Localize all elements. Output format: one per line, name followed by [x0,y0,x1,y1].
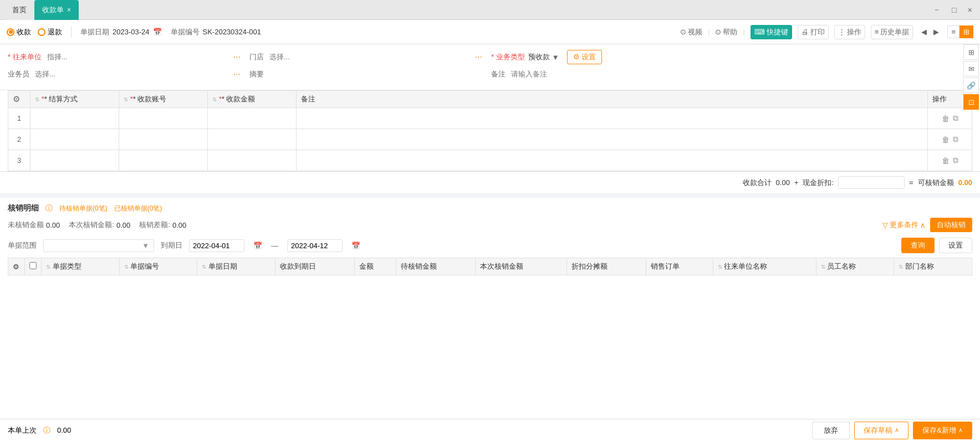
abandon-button[interactable]: 放弃 [812,422,850,439]
row-1-delete-icon[interactable]: 🗑 [942,114,950,123]
print-label: 打印 [810,27,825,37]
window-controls: － □ × [930,4,976,16]
business-type-select[interactable]: 预收款 ▼ [528,52,559,62]
shortcut-btn[interactable]: ⌨ 快捷键 [751,25,792,39]
counterpart-input[interactable] [45,52,229,63]
counterpart-more-icon[interactable]: ··· [233,52,241,62]
th-sales-order: 销售订单 [646,258,713,275]
salesperson-field: 业务员 ··· [8,69,241,80]
row-3-amount[interactable] [208,150,297,171]
th-amount-label: * 收款金额 [222,95,256,103]
calendar-icon[interactable]: 📅 [153,28,162,36]
row-2-settlement[interactable] [30,129,119,150]
th-current-label: 本次核销金额 [480,262,523,270]
memo-input[interactable] [267,69,482,80]
done-tab[interactable]: 已核销单据(0笔) [114,204,162,213]
more-filter-btn[interactable]: ▽ 更多条件 ∧ [882,220,926,230]
help-link[interactable]: ⊙ 帮助 [715,27,737,37]
th-amount: 金额 [354,258,396,275]
row-1-settlement[interactable] [30,108,119,129]
filter-settings-btn[interactable]: 设置 [939,238,972,253]
row-1-account[interactable] [119,108,208,129]
writeoff-stats: 未核销金额 0.00 本次核销金额: 0.00 核销差额: 0.00 ▽ 更多条… [8,218,972,232]
prev-value: 0.00 [57,426,71,434]
toolbar-right: ⊙ 视频 | ⊙ 帮助 | ⌨ 快捷键 🖨 打印 ⋮ 操作 ≡ 历史单据 ◀ ▶ [680,25,973,39]
table-settings-icon[interactable]: ⚙ [13,94,20,104]
date-to-input[interactable] [287,239,343,252]
salesperson-more-icon[interactable]: ··· [233,69,241,79]
row-1-note[interactable] [297,108,928,129]
panel-crop-icon[interactable]: ⊡ [963,94,979,110]
radio-receipt-label: 收款 [17,27,31,37]
bill-date-field: 单据日期 2023-03-24 📅 [80,27,162,37]
th-due-date-label: 收款到期日 [280,262,316,270]
row-3-account[interactable] [119,150,208,171]
row-3-settlement[interactable] [30,150,119,171]
radio-refund[interactable]: 退款 [38,27,62,37]
prev-label: 本单上次 [8,425,37,435]
row-2-amount[interactable] [208,129,297,150]
print-btn[interactable]: 🖨 打印 [798,25,829,39]
panel-table-icon[interactable]: ⊞ [963,44,979,60]
row-3-copy-icon[interactable]: ⧉ [953,156,958,165]
salesperson-input[interactable] [33,69,229,80]
date-from-input[interactable] [189,239,244,252]
salesperson-label: 业务员 [8,69,29,79]
tab-close-icon[interactable]: × [67,6,71,14]
calendar-from-icon[interactable]: 📅 [253,242,262,250]
minimize-button[interactable]: － [930,4,944,16]
tab-current[interactable]: 收款单 × [34,0,79,20]
prev-info-icon[interactable]: ⓘ [43,425,50,435]
row-3-delete-icon[interactable]: 🗑 [942,156,950,165]
close-button[interactable]: × [964,4,976,16]
layout-list-btn[interactable]: ≡ [947,25,959,38]
store-more-icon[interactable]: ··· [475,52,482,62]
filter-actions: ▽ 更多条件 ∧ 自动核销 [882,218,972,232]
discount-label: 现金折扣: [803,178,834,188]
table2-settings-icon[interactable]: ⚙ [13,263,19,271]
writeoff-info-icon[interactable]: ⓘ [45,203,53,213]
video-link[interactable]: ⊙ 视频 [680,27,702,37]
row-2-account[interactable] [119,129,208,150]
current-label: 本次核销金额: [69,220,114,230]
store-input[interactable] [267,52,471,63]
row-3-actions: 🗑 ⧉ [928,150,972,171]
panel-link-icon[interactable]: 🔗 [963,78,979,93]
bottom-bar-buttons: 放弃 保存草稿 ∧ 保存&新增 ∧ [812,422,972,439]
settings-button[interactable]: ⚙ 设置 [567,50,602,64]
layout-grid-btn[interactable]: ⊞ [959,25,973,38]
row-1-amount[interactable] [208,108,297,129]
discount-input[interactable] [838,176,905,189]
row-2-note[interactable] [297,129,928,150]
draft-button[interactable]: 保存草稿 ∧ [854,422,908,439]
more-filter-label: 更多条件 [890,220,918,230]
row-2-delete-icon[interactable]: 🗑 [942,135,950,144]
auto-writeoff-btn[interactable]: 自动核销 [930,218,972,232]
th-employee: ⇅ 员工名称 [816,258,894,275]
operation-btn[interactable]: ⋮ 操作 [834,25,865,39]
th-operation-label: 操作 [932,95,947,103]
panel-mail-icon[interactable]: ✉ [963,61,979,76]
pending-tab[interactable]: 待核销单据(0笔) [59,204,108,213]
save-new-button[interactable]: 保存&新增 ∧ [913,422,972,439]
prev-arrow[interactable]: ◀ [918,27,930,37]
row-1-copy-icon[interactable]: ⧉ [953,114,958,123]
query-button[interactable]: 查询 [901,238,935,253]
row-3-note[interactable] [297,150,928,171]
tab-bar: 首页 收款单 × － □ × [0,0,980,20]
current-value: 0.00 [116,221,130,229]
calendar-to-icon[interactable]: 📅 [351,242,360,250]
row-2-copy-icon[interactable]: ⧉ [953,135,958,144]
maximize-button[interactable]: □ [948,4,959,16]
history-btn[interactable]: ≡ 历史单据 [871,25,913,39]
radio-receipt[interactable]: 收款 [7,27,31,37]
video-icon: ⊙ [680,28,686,36]
filter-range-select[interactable]: ▼ [43,239,154,252]
select-all-checkbox[interactable] [29,262,37,269]
next-arrow[interactable]: ▶ [931,27,942,37]
th-amount2-label: 金额 [359,262,374,270]
row-2-actions: 🗑 ⧉ [928,129,972,150]
tab-home[interactable]: 首页 [4,0,34,20]
note-input[interactable] [509,69,972,80]
settings-label: 设置 [581,53,596,61]
